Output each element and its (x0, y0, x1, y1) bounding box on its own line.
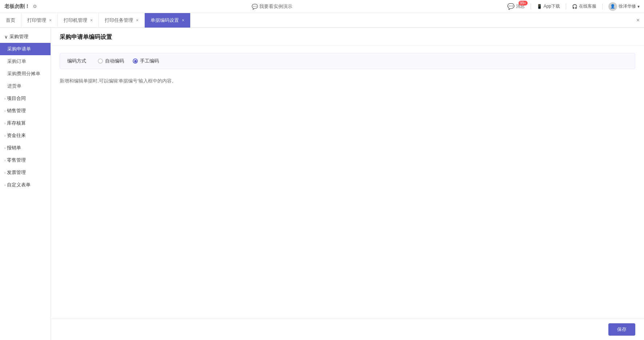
sidebar-group-invoice[interactable]: › 发票管理 (0, 166, 51, 179)
chevron-sales: › (4, 109, 5, 113)
tab-barcode-settings[interactable]: 单据编码设置 × (145, 13, 191, 28)
top-bar-left: 老板勿割！ ⚙ (4, 3, 37, 10)
tab-print-manage[interactable]: 打印管理 × (21, 13, 58, 28)
sidebar-group-procurement[interactable]: ∨ 采购管理 (0, 31, 51, 43)
encoding-method-row: 编码方式 自动编码 手工编码 (60, 53, 635, 69)
page-footer: 保存 (51, 319, 644, 340)
info-text: 新增和编辑单据时,可以编辑'单据编号'输入框中的内容。 (60, 76, 635, 86)
user-profile-button[interactable]: 👤 徐泽华修 ▾ (608, 2, 640, 11)
tab-print-task[interactable]: 打印任务管理 × (99, 13, 145, 28)
auto-code-label: 自动编码 (105, 58, 124, 64)
retail-group-label: 零售管理 (7, 157, 26, 163)
procurement-group-label: 采购管理 (9, 33, 28, 40)
online-service-button[interactable]: 🎧 在线客服 (572, 3, 596, 9)
sidebar-group-project-contract[interactable]: › 项目合同 (0, 92, 51, 105)
chevron-project: › (4, 97, 5, 101)
tab-print-manage-label: 打印管理 (27, 17, 46, 24)
content-area: 采购申请单编码设置 编码方式 自动编码 手工编码 新增和编辑单据时,可以编辑'单… (51, 28, 644, 340)
tab-print-task-label: 打印任务管理 (105, 17, 133, 24)
chevron-custom-form: › (4, 183, 5, 187)
manual-code-option[interactable]: 手工编码 (133, 58, 159, 64)
procurement-chevron: ∨ (4, 34, 8, 40)
tab-home-label: 首页 (6, 17, 15, 24)
app-icon: 📱 (537, 4, 542, 9)
page-title: 采购申请单编码设置 (60, 34, 112, 40)
settings-section: 编码方式 自动编码 手工编码 新增和编辑单据时,可以编辑'单据编号'输入框中的内… (51, 46, 644, 319)
user-dropdown-icon: ▾ (637, 4, 640, 9)
tab-printer-manage-close[interactable]: × (90, 18, 93, 23)
tab-print-task-close[interactable]: × (136, 18, 139, 23)
custom-form-group-label: 自定义表单 (7, 182, 31, 188)
sidebar-group-expense[interactable]: › 报销单 (0, 142, 51, 154)
chevron-finance: › (4, 134, 5, 138)
sidebar-item-purchase-expense-label: 采购费用分摊单 (7, 71, 40, 76)
tab-bar-close-button[interactable]: × (632, 17, 644, 24)
settings-icon[interactable]: ⚙ (33, 4, 37, 9)
demo-text: 我要看实例演示 (259, 3, 292, 10)
tab-barcode-settings-close[interactable]: × (182, 18, 184, 23)
sales-group-label: 销售管理 (7, 108, 26, 114)
service-icon: 🎧 (572, 4, 577, 9)
message-icon: 💬 (507, 3, 515, 10)
chevron-retail: › (4, 158, 5, 162)
top-bar-right: 💬 消息 99+ 📱 App下载 🎧 在线客服 👤 徐泽华修 ▾ (507, 2, 640, 11)
sidebar-group-sales[interactable]: › 销售管理 (0, 105, 51, 117)
sidebar-item-purchase-order-label: 采购订单 (7, 58, 26, 64)
main-layout: ∨ 采购管理 采购申请单 采购订单 采购费用分摊单 进货单 › 项目合同 › 销… (0, 28, 644, 340)
message-button[interactable]: 💬 消息 99+ (507, 3, 525, 10)
auto-code-option[interactable]: 自动编码 (98, 58, 124, 64)
tab-bar: 首页 打印管理 × 打印机管理 × 打印任务管理 × 单据编码设置 × × (0, 13, 644, 28)
tab-barcode-settings-label: 单据编码设置 (151, 17, 179, 24)
avatar: 👤 (608, 2, 617, 11)
page-header: 采购申请单编码设置 (51, 28, 644, 46)
app-download-button[interactable]: 📱 App下载 (537, 3, 560, 9)
finance-group-label: 资金往来 (7, 132, 26, 139)
divider3 (602, 4, 603, 9)
sidebar-item-purchase-expense[interactable]: 采购费用分摊单 (0, 68, 51, 80)
sidebar-group-finance[interactable]: › 资金往来 (0, 129, 51, 142)
sidebar-group-retail[interactable]: › 零售管理 (0, 154, 51, 166)
sidebar-group-custom-form[interactable]: › 自定义表单 (0, 179, 51, 191)
chevron-expense: › (4, 146, 5, 150)
sidebar-item-incoming[interactable]: 进货单 (0, 80, 51, 92)
tab-printer-manage[interactable]: 打印机管理 × (58, 13, 99, 28)
inventory-group-label: 库存核算 (7, 120, 26, 126)
project-contract-label: 项目合同 (7, 95, 26, 102)
sidebar: ∨ 采购管理 采购申请单 采购订单 采购费用分摊单 进货单 › 项目合同 › 销… (0, 28, 51, 340)
chevron-inventory: › (4, 121, 5, 125)
message-badge: 99+ (519, 1, 528, 5)
divider (531, 4, 531, 9)
app-download-label: App下载 (544, 3, 560, 9)
tab-home[interactable]: 首页 (0, 13, 21, 28)
online-service-label: 在线客服 (579, 3, 596, 9)
sidebar-item-purchase-request[interactable]: 采购申请单 (0, 43, 51, 55)
tab-printer-manage-label: 打印机管理 (64, 17, 87, 24)
sidebar-item-purchase-request-label: 采购申请单 (7, 46, 31, 52)
tab-print-manage-close[interactable]: × (49, 18, 52, 23)
manual-code-label: 手工编码 (140, 58, 159, 64)
top-bar: 老板勿割！ ⚙ 💬 我要看实例演示 💬 消息 99+ 📱 App下载 🎧 在线客… (0, 0, 644, 13)
invoice-group-label: 发票管理 (7, 169, 26, 176)
manual-code-radio[interactable] (133, 58, 138, 64)
user-name: 徐泽华修 (619, 3, 636, 9)
auto-code-radio[interactable] (98, 58, 103, 64)
sidebar-item-incoming-label: 进货单 (7, 83, 21, 89)
save-button[interactable]: 保存 (608, 323, 635, 336)
chevron-invoice: › (4, 171, 5, 175)
sidebar-group-inventory[interactable]: › 库存核算 (0, 117, 51, 129)
expense-group-label: 报销单 (7, 145, 21, 151)
encoding-method-label: 编码方式 (67, 58, 86, 64)
demo-link[interactable]: 💬 我要看实例演示 (252, 3, 292, 10)
logo-text: 老板勿割！ (4, 3, 30, 10)
sidebar-item-purchase-order[interactable]: 采购订单 (0, 55, 51, 68)
divider2 (566, 4, 566, 9)
